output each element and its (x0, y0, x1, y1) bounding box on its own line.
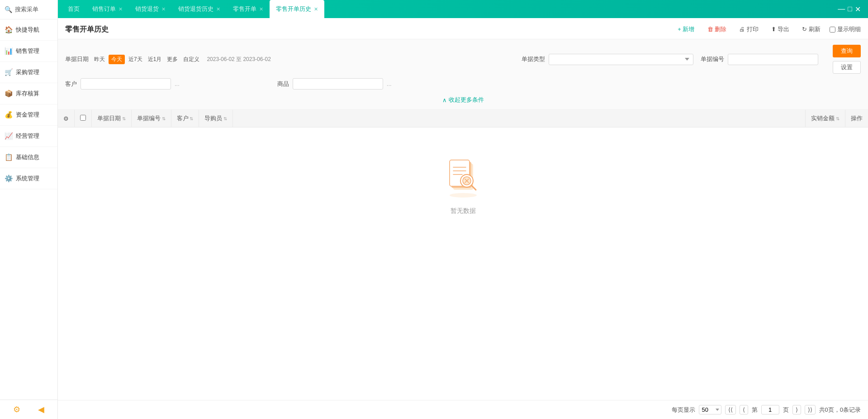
sidebar-label-sys-mgmt: 系统管理 (16, 174, 39, 183)
sidebar-label-inventory: 库存核算 (16, 89, 39, 98)
sidebar-icon-quick-nav: 🏠 (5, 26, 13, 34)
sidebar-icon-sales-mgmt: 📊 (5, 47, 13, 55)
tab-sales-return[interactable]: 销货退货✕ (129, 0, 172, 18)
tab-close-sales-order[interactable]: ✕ (119, 6, 123, 12)
query-button[interactable]: 查询 (833, 45, 861, 57)
tab-label-retail-open-history: 零售开单历史 (276, 5, 311, 13)
filter-row-2: 客户 ... 商品 ... (65, 78, 861, 89)
last-page-btn[interactable]: ⟩⟩ (805, 405, 816, 414)
display-detail-input[interactable] (830, 27, 835, 33)
add-button[interactable]: + 新增 (674, 24, 698, 35)
tab-retail-open-history[interactable]: 零售开单历史✕ (270, 0, 324, 18)
tab-home[interactable]: 首页 (62, 0, 86, 18)
th-order-no[interactable]: 单据编号 (131, 110, 171, 127)
date-range-btns: 昨天今天近7天近1月更多自定义 (92, 55, 201, 64)
th-checkbox[interactable] (75, 110, 92, 127)
window-minimize[interactable]: — (838, 5, 845, 13)
toolbar: + 新增 🗑 删除 🖨 打印 ⬆ 导出 ↻ 刷新 显示明细 (674, 24, 861, 35)
date-filter-label: 单据日期 (65, 55, 89, 63)
sidebar-item-finance[interactable]: 💰资金管理 (0, 104, 57, 126)
sidebar-icon-operations: 📈 (5, 132, 13, 140)
order-no-input[interactable] (728, 54, 818, 65)
order-no-label: 单据编号 (701, 55, 724, 63)
goods-label: 商品 (277, 80, 289, 88)
data-table: ⚙ 单据日期 单据编号 客户 导购员 实销金额 操作 (58, 110, 868, 127)
date-btn-昨天[interactable]: 昨天 (92, 55, 107, 64)
tab-label-retail-open: 零售开单 (233, 5, 256, 13)
tab-sales-return-history[interactable]: 销货退货历史✕ (172, 0, 227, 18)
sidebar-item-sales-mgmt[interactable]: 📊销售管理 (0, 41, 57, 62)
sidebar-icon-inventory: 📦 (5, 89, 13, 98)
goods-dotdot[interactable]: ... (387, 80, 392, 87)
date-btn-更多[interactable]: 更多 (165, 55, 180, 64)
th-settings[interactable]: ⚙ (58, 110, 75, 127)
first-page-btn[interactable]: ⟨⟨ (725, 405, 736, 414)
tab-retail-open[interactable]: 零售开单✕ (227, 0, 270, 18)
search-icon: 🔍 (5, 6, 12, 13)
sidebar-collapse-btn[interactable]: ◀ (38, 405, 44, 414)
sidebar-item-operations[interactable]: 📈经营管理 (0, 126, 57, 147)
svg-point-0 (450, 193, 477, 198)
order-type-select[interactable] (549, 54, 693, 65)
window-maximize[interactable]: □ (848, 5, 852, 13)
export-button[interactable]: ⬆ 导出 (768, 24, 793, 35)
sidebar-label-operations: 经营管理 (16, 132, 39, 140)
tab-close-retail-open[interactable]: ✕ (259, 6, 263, 12)
tab-label-sales-return: 销货退货 (135, 5, 159, 13)
goods-input[interactable] (293, 78, 383, 89)
top-nav: 首页销售订单✕销货退货✕销货退货历史✕零售开单✕零售开单历史✕ — □ ✕ (58, 0, 868, 18)
settings-button[interactable]: 设置 (833, 61, 861, 74)
window-close-btn[interactable]: ✕ (855, 5, 861, 14)
refresh-button[interactable]: ↻ 刷新 (798, 24, 824, 35)
next-page-btn[interactable]: ⟩ (792, 405, 801, 414)
th-spacer (233, 110, 806, 127)
prev-page-btn[interactable]: ⟨ (740, 405, 748, 414)
empty-state: 暂无数据 (58, 127, 868, 242)
th-action: 操作 (845, 110, 868, 127)
display-detail-label: 显示明细 (837, 25, 861, 33)
goods-filter: 商品 ... (277, 78, 392, 89)
customer-dotdot[interactable]: ... (175, 80, 180, 87)
collapse-btn[interactable]: ∧ 收起更多条件 (65, 94, 861, 106)
main-area: 首页销售订单✕销货退货✕销货退货历史✕零售开单✕零售开单历史✕ — □ ✕ 零售… (58, 0, 868, 419)
tab-label-sales-return-history: 销货退货历史 (178, 5, 213, 13)
customer-input[interactable] (81, 78, 171, 89)
th-salesperson[interactable]: 导购员 (199, 110, 233, 127)
tab-label-sales-order: 销售订单 (92, 5, 116, 13)
total-text: 共0页，0条记录 (819, 406, 861, 414)
delete-button[interactable]: 🗑 删除 (704, 24, 730, 35)
sidebar-nav: 🏠快捷导航📊销售管理🛒采购管理📦库存核算💰资金管理📈经营管理📋基础信息⚙️系统管… (0, 19, 57, 400)
sidebar-search[interactable]: 🔍 搜索采单 (0, 0, 57, 19)
sidebar-label-sales-mgmt: 销售管理 (16, 47, 39, 55)
sidebar-item-quick-nav[interactable]: 🏠快捷导航 (0, 19, 57, 41)
sidebar-search-label: 搜索采单 (15, 5, 38, 14)
select-all-checkbox[interactable] (80, 115, 86, 121)
page-title: 零售开单历史 (65, 25, 109, 34)
sidebar-item-sys-mgmt[interactable]: ⚙️系统管理 (0, 168, 57, 189)
print-button[interactable]: 🖨 打印 (735, 24, 762, 35)
th-date[interactable]: 单据日期 (92, 110, 132, 127)
date-btn-自定义[interactable]: 自定义 (181, 55, 201, 64)
sidebar-item-basic-info[interactable]: 📋基础信息 (0, 147, 57, 168)
tab-close-retail-open-history[interactable]: ✕ (314, 6, 318, 12)
date-btn-今天[interactable]: 今天 (109, 55, 125, 64)
sidebar-item-purchase-mgmt[interactable]: 🛒采购管理 (0, 62, 57, 83)
page-label-2: 页 (783, 406, 789, 414)
sidebar-item-inventory[interactable]: 📦库存核算 (0, 83, 57, 104)
th-amount[interactable]: 实销金额 (806, 110, 845, 127)
filter-row-1: 单据日期 昨天今天近7天近1月更多自定义 2023-06-02 至 2023-0… (65, 45, 861, 74)
tab-close-sales-return-history[interactable]: ✕ (216, 6, 220, 12)
collapse-label: 收起更多条件 (449, 96, 484, 104)
tab-close-sales-return[interactable]: ✕ (161, 6, 166, 12)
order-type-label: 单据类型 (522, 55, 545, 63)
date-btn-近1月[interactable]: 近1月 (146, 55, 164, 64)
th-customer[interactable]: 客户 (171, 110, 199, 127)
page-size-select[interactable]: 102050100 (699, 405, 721, 414)
sidebar-icon-sys-mgmt: ⚙️ (5, 174, 13, 183)
date-btn-近7天[interactable]: 近7天 (127, 55, 144, 64)
tab-sales-order[interactable]: 销售订单✕ (86, 0, 129, 18)
sidebar-settings-btn[interactable]: ⚙ (13, 405, 20, 414)
current-page-input[interactable]: 1 (761, 405, 779, 414)
collapse-icon: ∧ (442, 97, 447, 104)
display-detail-checkbox[interactable]: 显示明细 (830, 25, 861, 33)
